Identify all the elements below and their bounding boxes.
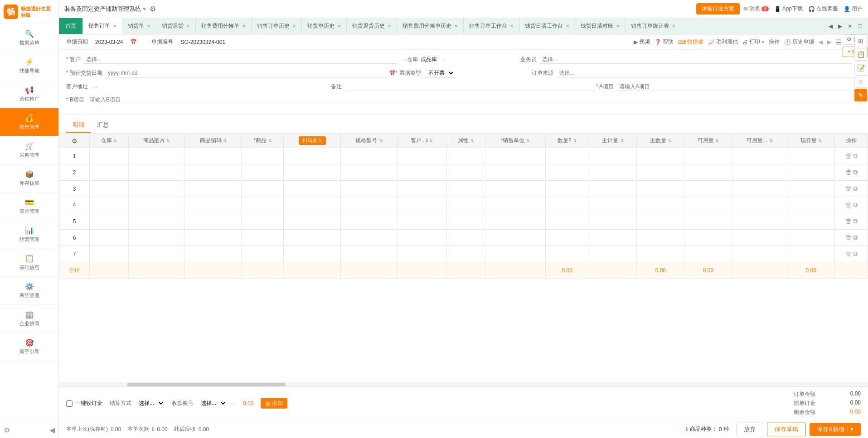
- tab-close-sales-order-workbench[interactable]: ✕: [510, 24, 514, 29]
- cell-row6-available[interactable]: [684, 230, 732, 246]
- print-action[interactable]: 🖨 打印 ▾: [742, 38, 764, 46]
- cell-row2-available[interactable]: [684, 164, 732, 181]
- delete-row-icon[interactable]: 🗑: [845, 168, 852, 176]
- tab-sales-invoice-history[interactable]: 销货单历史✕: [302, 18, 347, 34]
- cell-row5-operations[interactable]: 🗑 ⧉: [835, 213, 868, 230]
- cell-row4-product[interactable]: [242, 197, 284, 213]
- cell-row2-attributes[interactable]: [446, 164, 485, 181]
- col-settings-icon[interactable]: ⚙: [72, 137, 78, 144]
- tab-close-sales-expense[interactable]: ✕: [242, 24, 246, 29]
- cell-row7-customer_ref[interactable]: [398, 246, 446, 262]
- sidebar-item-sales[interactable]: 💰销售管理: [0, 108, 58, 136]
- sidebar-item-enterprise[interactable]: 🏢企业协同: [0, 305, 58, 333]
- list-view-icon[interactable]: ☰: [836, 39, 842, 46]
- cell-row2-scan[interactable]: [284, 164, 341, 181]
- cell-row7-stock[interactable]: [787, 246, 835, 262]
- cell-row2-product[interactable]: [242, 164, 284, 181]
- delete-row-icon[interactable]: 🗑: [845, 234, 852, 241]
- tab-close-sales-order[interactable]: ✕: [113, 24, 116, 29]
- cell-row4-product_code[interactable]: [185, 197, 242, 213]
- col-sort-icon-available2[interactable]: ⇅: [769, 138, 773, 143]
- cell-row4-available2[interactable]: [732, 197, 787, 213]
- cell-row4-sales_unit[interactable]: [485, 197, 545, 213]
- col-header-scan[interactable]: 扫码录入: [284, 134, 341, 148]
- cell-row6-quantity2[interactable]: [545, 230, 589, 246]
- collapse-icon[interactable]: ◀: [49, 426, 55, 434]
- cell-row4-main_unit[interactable]: [589, 197, 637, 213]
- cell-row1-scan[interactable]: [284, 148, 341, 164]
- right-icon-3[interactable]: 📝: [854, 62, 867, 74]
- col-info-icon-customer_ref[interactable]: ℹ: [426, 138, 428, 143]
- cell-row6-attributes[interactable]: [446, 230, 485, 246]
- customer-more-icon[interactable]: ···: [402, 57, 407, 63]
- tab-menu-icon[interactable]: ☰: [856, 22, 864, 30]
- tab-close-all-icon[interactable]: ✕: [846, 22, 854, 30]
- col-sort-icon-product_code[interactable]: ⇅: [223, 138, 227, 143]
- cell-row4-operations[interactable]: 🗑 ⧉: [835, 197, 868, 213]
- cell-row3-attributes[interactable]: [446, 181, 485, 197]
- cell-row7-warehouse[interactable]: [90, 246, 129, 262]
- cell-row6-main_qty[interactable]: [637, 230, 684, 246]
- right-icon-2[interactable]: 📋: [854, 48, 867, 61]
- cell-row3-main_unit[interactable]: [589, 181, 637, 197]
- tab-sales-return[interactable]: 销货退货✕: [156, 18, 196, 34]
- customer-input[interactable]: [83, 55, 398, 64]
- cell-row7-main_unit[interactable]: [589, 246, 637, 262]
- cell-row4-stock[interactable]: [787, 197, 835, 213]
- cell-row1-available2[interactable]: [732, 148, 787, 164]
- settings-gear-icon[interactable]: ⚙: [150, 5, 156, 13]
- calendar-icon[interactable]: 📅: [130, 39, 137, 45]
- cell-row3-operations[interactable]: 🗑 ⧉: [835, 181, 868, 197]
- tab-sales-order-stats[interactable]: 销售订单统计表✕: [626, 18, 681, 34]
- tab-close-sales-expense-history[interactable]: ✕: [454, 24, 458, 29]
- tab-close-sales-order-stats[interactable]: ✕: [672, 24, 675, 29]
- cell-row3-customer_ref[interactable]: [398, 181, 446, 197]
- cell-row3-main_qty[interactable]: [637, 181, 684, 197]
- tab-home[interactable]: 首页: [59, 18, 83, 34]
- cell-row5-product_code[interactable]: [185, 213, 242, 230]
- cell-row3-sales_unit[interactable]: [485, 181, 545, 197]
- address-more-icon[interactable]: ···: [92, 84, 97, 90]
- warehouse-more-icon[interactable]: ···: [441, 57, 446, 63]
- one-click-collect-checkbox[interactable]: [66, 400, 73, 407]
- cell-row5-product[interactable]: [242, 213, 284, 230]
- cell-row4-available[interactable]: [684, 197, 732, 213]
- tab-sales-expense-history[interactable]: 销售费用分摊单历史✕: [397, 18, 464, 34]
- cell-row6-customer_ref[interactable]: [398, 230, 446, 246]
- col-sort-icon-main_unit[interactable]: ⇅: [620, 138, 624, 143]
- cell-row5-main_qty[interactable]: [637, 213, 684, 230]
- cell-row7-product_image[interactable]: [128, 246, 185, 262]
- tab-close-cash-daily-reconcile[interactable]: ✕: [616, 24, 620, 29]
- cell-row4-product_image[interactable]: [128, 197, 185, 213]
- detail-tab-summary[interactable]: 汇总: [91, 118, 115, 133]
- cell-row6-operations[interactable]: 🗑 ⧉: [835, 230, 868, 246]
- cell-row5-scan[interactable]: [284, 213, 341, 230]
- cell-row2-stock[interactable]: [787, 164, 835, 181]
- save-new-button[interactable]: 保存&新增 ▾: [810, 423, 861, 436]
- cell-row1-product[interactable]: [242, 148, 284, 164]
- tab-sales-order-workbench[interactable]: 销售订单工作台✕: [464, 18, 519, 34]
- cell-row4-scan[interactable]: [284, 197, 341, 213]
- tab-cash-daily-workbench[interactable]: 钱货日清工作台✕: [519, 18, 575, 34]
- cell-row5-available[interactable]: [684, 213, 732, 230]
- next-record-icon[interactable]: ▶: [827, 39, 831, 45]
- cell-row2-customer_ref[interactable]: [398, 164, 446, 181]
- tab-prev-icon[interactable]: ◀: [827, 22, 834, 30]
- cell-row4-spec[interactable]: [341, 197, 398, 213]
- sidebar-item-search[interactable]: 🔍搜索菜单: [0, 24, 58, 52]
- right-icon-4[interactable]: ☆: [854, 75, 867, 88]
- delivery-calendar-icon[interactable]: 📅: [389, 70, 396, 77]
- settings-icon[interactable]: ⚙: [4, 426, 10, 434]
- delete-row-icon[interactable]: 🗑: [845, 185, 852, 192]
- cell-row3-available[interactable]: [684, 181, 732, 197]
- solution-button[interactable]: 体验行业方案: [696, 3, 740, 14]
- tab-sales-order-history[interactable]: 销售订单历史✕: [252, 18, 302, 34]
- cell-row3-warehouse[interactable]: [90, 181, 129, 197]
- tab-sales-return-history[interactable]: 销货退货历史✕: [347, 18, 397, 34]
- copy-row-icon[interactable]: ⧉: [853, 185, 858, 192]
- dropdown-icon[interactable]: ▾: [143, 5, 146, 12]
- col-sort-icon-customer_ref[interactable]: ⇅: [429, 138, 433, 143]
- cell-row2-quantity2[interactable]: [545, 164, 589, 181]
- message-action[interactable]: ✉ 消息 9: [743, 5, 769, 13]
- copy-row-icon[interactable]: ⧉: [853, 152, 858, 159]
